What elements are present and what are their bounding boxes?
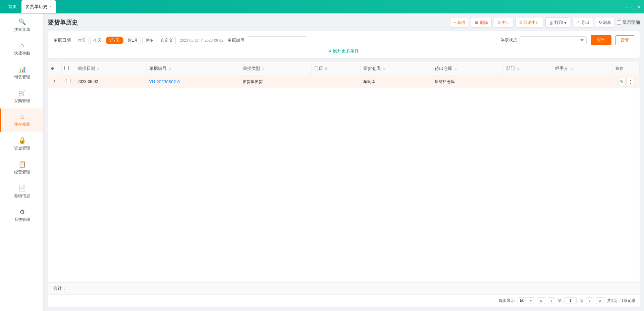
sidebar-item-quick-nav[interactable]: ⌂ 快捷导航 (0, 37, 43, 61)
display-detail-checkbox-label[interactable]: 显示明细 (617, 19, 640, 26)
filter-bar: 单据日期 昨天 今天 近7天 近1月 更多 自定义 2023-05-27 至 2… (48, 31, 640, 58)
date-btn-custom[interactable]: 自定义 (158, 37, 176, 44)
sort-store-icon: ⇅ (325, 67, 327, 71)
row-settings-cell: 1 (48, 75, 61, 88)
col-no[interactable]: 单据编号 ⇅ (146, 62, 240, 75)
page-title: 要货单历史 (48, 18, 78, 27)
date-btn-1month[interactable]: 近1月 (125, 37, 141, 44)
date-btn-yesterday[interactable]: 昨天 (75, 37, 89, 44)
col-dept[interactable]: 部门 ⇅ (503, 62, 552, 75)
print-label: 打印 (554, 19, 563, 26)
order-no-label: 单据编号 (227, 37, 245, 43)
col-handler-label: 经手人 (555, 66, 568, 71)
last-page-btn[interactable]: » (596, 297, 604, 304)
sort-req-warehouse-icon: ⇅ (382, 67, 385, 71)
sidebar-item-label-operation: 经营管理 (14, 169, 30, 175)
tab-home[interactable]: 首页 (3, 0, 21, 13)
system-icon: ⚙ (19, 208, 25, 216)
col-date-label: 单据日期 (78, 66, 95, 71)
sidebar-item-inventory[interactable]: ⌂ 库存核算 (0, 108, 43, 132)
date-btn-more[interactable]: 更多 (142, 37, 156, 44)
page-header: 要货单历史 + 新增 🗑 删除 ⊘ 中止 ⊘ 取消中止 🖨 打印 ▾ ↗ 导出 … (48, 17, 640, 28)
footer-label: 合计： (53, 285, 66, 292)
col-store-label: 门店 (314, 66, 323, 71)
row-pending-warehouse-cell: 原材料仓库 (432, 75, 503, 88)
content-area: 要货单历史 + 新增 🗑 删除 ⊘ 中止 ⊘ 取消中止 🖨 打印 ▾ ↗ 导出 … (44, 13, 644, 311)
col-req-warehouse-label: 要货仓库 (363, 66, 381, 71)
expand-more-label: 展开更多条件 (333, 48, 359, 54)
page-number-input[interactable] (565, 297, 577, 304)
sidebar-item-label-search: 搜索菜单 (14, 27, 30, 33)
active-tab-label: 要货单历史 (25, 4, 47, 10)
window-close-btn[interactable]: ✕ (637, 4, 641, 9)
col-handler[interactable]: 经手人 ⇅ (552, 62, 613, 75)
total-info: 共1页，1条记录 (607, 298, 636, 304)
first-page-btn[interactable]: « (537, 297, 545, 304)
filter-row: 单据日期 昨天 今天 近7天 近1月 更多 自定义 2023-05-27 至 2… (53, 35, 634, 45)
next-page-btn[interactable]: › (586, 297, 593, 304)
row-more-btn[interactable]: ⋮ (627, 78, 634, 85)
cancel-stop-button[interactable]: ⊘ 取消中止 (516, 18, 543, 28)
select-all-checkbox[interactable] (64, 66, 69, 70)
row-no-cell: YH-20230602-0 (146, 75, 240, 88)
page-size-select[interactable]: 10 20 50 100 (518, 297, 534, 304)
row-no-link[interactable]: YH-20230602-0 (149, 79, 180, 84)
sidebar-item-operation[interactable]: 📋 经营管理 (0, 156, 43, 180)
sort-no-icon: ⇅ (168, 67, 171, 71)
sidebar-item-finance[interactable]: 🔒 资金管理 (0, 132, 43, 156)
sidebar-item-label-finance: 资金管理 (14, 145, 30, 151)
row-handler-cell (552, 75, 613, 88)
stop-button[interactable]: ⊘ 中止 (494, 18, 514, 28)
basic-icon: 📄 (18, 184, 26, 192)
col-date[interactable]: 单据日期 ⇅ (75, 62, 146, 75)
operation-icon: 📋 (18, 161, 26, 168)
col-store[interactable]: 门店 ⇅ (312, 62, 361, 75)
display-detail-checkbox[interactable] (617, 20, 621, 25)
sidebar-item-label-basic: 基础信息 (14, 193, 30, 199)
settings-button[interactable]: 设置 (615, 35, 634, 45)
data-table: ⚙ 单据日期 ⇅ 单据编号 ⇅ (48, 62, 640, 88)
tab-active[interactable]: 要货单历史 × (21, 0, 56, 13)
status-select[interactable] (520, 36, 587, 44)
sidebar-item-basic[interactable]: 📄 基础信息 (0, 180, 43, 204)
refresh-button[interactable]: ↻ 刷新 (595, 18, 615, 28)
export-button[interactable]: ↗ 导出 (572, 18, 593, 28)
col-pending-warehouse[interactable]: 待出仓库 ⇅ (432, 62, 503, 75)
col-req-warehouse[interactable]: 要货仓库 ⇅ (361, 62, 432, 75)
row-checkbox[interactable] (66, 79, 70, 83)
sales-icon: 📊 (18, 65, 26, 73)
sort-dept-icon: ⇅ (517, 67, 520, 71)
expand-more-btn[interactable]: ▾ 展开更多条件 (53, 48, 634, 54)
order-no-input[interactable] (247, 36, 307, 44)
main-layout: 🔍 搜索菜单 ⌂ 快捷导航 📊 销售管理 🛒 采购管理 ⌂ 库存核算 🔒 资金管… (0, 13, 644, 311)
row-edit-btn[interactable]: ✎ (618, 78, 626, 85)
prev-page-btn[interactable]: ‹ (548, 297, 555, 304)
top-bar: 首页 要货单历史 × — □ ✕ (0, 0, 644, 13)
display-detail-label: 显示明细 (623, 19, 640, 26)
col-settings[interactable]: ⚙ (48, 62, 61, 75)
purchase-icon: 🛒 (18, 89, 26, 97)
row-checkbox-cell (61, 75, 75, 88)
sidebar-item-sales[interactable]: 📊 销售管理 (0, 61, 43, 85)
minimize-btn[interactable]: — (625, 4, 629, 9)
col-dept-label: 部门 (506, 66, 515, 71)
order-no-group: 单据编号 (227, 36, 307, 44)
date-btn-7days[interactable]: 近7天 (106, 37, 123, 44)
col-type[interactable]: 单据类型 ⇅ (240, 62, 311, 75)
sidebar-item-purchase[interactable]: 🛒 采购管理 (0, 85, 43, 108)
sidebar-item-search-menu[interactable]: 🔍 搜索菜单 (0, 13, 43, 37)
sort-type-icon: ⇅ (262, 67, 265, 71)
new-button[interactable]: + 新增 (450, 18, 469, 28)
sidebar-item-label-purchase: 采购管理 (14, 98, 30, 104)
date-btn-today[interactable]: 今天 (90, 37, 104, 44)
sort-pending-warehouse-icon: ⇅ (454, 67, 457, 71)
row-ops-cell: ✎ ⋮ (613, 75, 640, 88)
sidebar-item-system[interactable]: ⚙ 系统管理 (0, 204, 43, 227)
delete-button[interactable]: 🗑 删除 (471, 18, 491, 28)
search-menu-icon: 🔍 (18, 18, 26, 26)
print-button[interactable]: 🖨 打印 ▾ (545, 17, 570, 28)
quick-nav-icon: ⌂ (20, 42, 24, 49)
query-button[interactable]: 查询 (591, 35, 611, 45)
close-tab-icon[interactable]: × (49, 4, 52, 9)
maximize-btn[interactable]: □ (632, 4, 634, 9)
